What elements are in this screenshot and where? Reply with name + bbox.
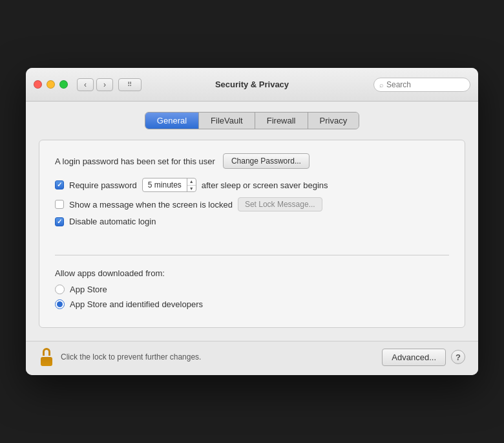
tab-firewall[interactable]: Firewall	[255, 113, 308, 129]
app-store-identified-radio[interactable]	[55, 299, 65, 309]
stepper-down[interactable]: ▼	[187, 186, 196, 192]
help-button[interactable]: ?	[451, 350, 465, 364]
app-store-identified-row: App Store and identified developers	[55, 299, 449, 309]
tab-filevault[interactable]: FileVault	[199, 113, 255, 129]
stepper-up[interactable]: ▲	[187, 178, 196, 186]
tab-group: General FileVault Firewall Privacy	[145, 112, 359, 129]
search-box[interactable]: ⌕	[373, 78, 470, 92]
search-icon: ⌕	[379, 81, 384, 89]
show-message-checkbox[interactable]	[55, 200, 64, 209]
lock-shackle	[43, 348, 50, 356]
close-button[interactable]	[34, 80, 42, 89]
search-input[interactable]	[386, 80, 465, 89]
after-sleep-text: after sleep or screen saver begins	[202, 180, 328, 190]
tabs-row: General FileVault Firewall Privacy	[39, 112, 465, 129]
content-area: General FileVault Firewall Privacy A log…	[26, 102, 478, 341]
app-store-row: App Store	[55, 285, 449, 294]
require-password-label: Require password	[69, 180, 137, 190]
tab-privacy[interactable]: Privacy	[308, 113, 359, 129]
footer-buttons: Advanced... ?	[382, 349, 465, 366]
grid-button[interactable]: ⠿	[118, 78, 142, 91]
traffic-lights	[34, 80, 68, 89]
allow-apps-title: Allow apps downloaded from:	[55, 268, 449, 278]
login-password-text: A login password has been set for this u…	[55, 157, 215, 166]
require-password-checkbox[interactable]	[55, 180, 64, 189]
allow-apps-section: Allow apps downloaded from: App Store Ap…	[55, 268, 449, 314]
lock-body	[41, 357, 52, 366]
disable-autologin-row: Disable automatic login	[55, 217, 449, 226]
password-interval-stepper[interactable]: 5 minutes ▲ ▼	[142, 178, 196, 192]
forward-button[interactable]: ›	[96, 78, 113, 91]
maximize-button[interactable]	[59, 80, 68, 89]
titlebar: ‹ › ⠿ Security & Privacy ⌕	[26, 68, 478, 102]
stepper-arrows: ▲ ▼	[187, 178, 196, 191]
window-title: Security & Privacy	[215, 80, 289, 89]
password-section: A login password has been set for this u…	[55, 153, 449, 232]
show-message-label: Show a message when the screen is locked	[69, 200, 233, 210]
advanced-button[interactable]: Advanced...	[382, 349, 446, 366]
show-message-row: Show a message when the screen is locked…	[55, 197, 449, 211]
stepper-value: 5 minutes	[143, 178, 187, 191]
minimize-button[interactable]	[47, 80, 55, 89]
lock-text: Click the lock to prevent further change…	[61, 352, 382, 362]
set-lock-message-button[interactable]: Set Lock Message...	[238, 197, 322, 211]
disable-autologin-checkbox[interactable]	[55, 217, 64, 226]
footer: Click the lock to prevent further change…	[26, 341, 478, 375]
section-divider	[55, 255, 449, 255]
app-store-identified-label: App Store and identified developers	[70, 299, 203, 309]
app-store-radio[interactable]	[55, 285, 65, 294]
require-password-row: Require password 5 minutes ▲ ▼ after sle…	[55, 178, 449, 192]
back-button[interactable]: ‹	[77, 78, 94, 91]
login-row: A login password has been set for this u…	[55, 153, 449, 169]
settings-panel: A login password has been set for this u…	[39, 140, 465, 328]
main-window: ‹ › ⠿ Security & Privacy ⌕ General FileV…	[26, 68, 478, 375]
disable-autologin-label: Disable automatic login	[69, 217, 156, 226]
app-store-label: App Store	[70, 285, 107, 294]
change-password-button[interactable]: Change Password...	[223, 153, 310, 169]
lock-icon[interactable]	[39, 348, 54, 366]
nav-buttons: ‹ ›	[77, 78, 113, 91]
tab-general[interactable]: General	[145, 113, 199, 129]
